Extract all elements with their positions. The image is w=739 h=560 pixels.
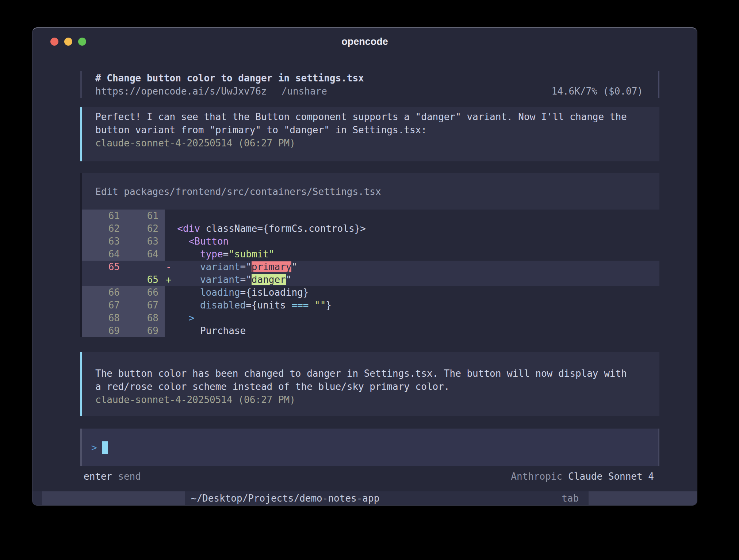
diff-code-line: disabled={units === ""}	[165, 299, 659, 312]
titlebar: opencode	[32, 28, 697, 49]
app-version-segment: opencodev0.3.11	[42, 491, 185, 505]
diff-row: 6666 loading={isLoading}	[82, 286, 659, 299]
diff-gutter: 6868	[82, 312, 165, 325]
diff-code-line: <div className={formCs.controls}>	[165, 222, 659, 235]
diff-code-line: + variant="danger"	[165, 273, 659, 286]
text-cursor	[102, 441, 108, 454]
provider-label: Anthropic	[511, 471, 562, 482]
mode-segment[interactable]: BUILDMODE	[589, 491, 697, 505]
diff-code-line: Purchase	[165, 325, 659, 337]
diff-gutter: 6464	[82, 248, 165, 261]
diff-code-line: - variant="primary"	[165, 261, 659, 273]
edit-file-path: Edit packages/frontend/src/containers/Se…	[82, 173, 659, 210]
diff-gutter: 6363	[82, 235, 165, 248]
model-label: Claude Sonnet 4	[568, 471, 654, 482]
diff-row: 6767 disabled={units === ""}	[82, 299, 659, 312]
diff-row: 6464 type="submit"	[82, 248, 659, 261]
session-title: # Change button color to danger in setti…	[95, 72, 643, 85]
prompt-symbol: >	[91, 442, 97, 453]
message-text-line: Perfect! I can see that the Button compo…	[95, 110, 659, 123]
share-url-link[interactable]: https://opencode.ai/s/UwJxv76z	[95, 86, 267, 97]
message-text-line: a red/rose color scheme instead of the b…	[95, 380, 659, 393]
input-hint-row: entersend AnthropicClaude Sonnet 4	[80, 470, 659, 483]
diff-gutter: 6969	[82, 325, 165, 337]
window-title: opencode	[32, 36, 697, 47]
tab-key-hint[interactable]: tab	[562, 491, 579, 505]
diff-gutter: 65	[82, 261, 165, 273]
model-timestamp: claude-sonnet-4-20250514 (06:27 PM)	[95, 137, 659, 150]
message-text-line: button variant from "primary" to "danger…	[95, 123, 659, 137]
unshare-command[interactable]: /unshare	[282, 86, 327, 97]
diff-row: 6969 Purchase	[82, 325, 659, 337]
diff-gutter: 6262	[82, 222, 165, 235]
diff-code-line	[165, 210, 659, 222]
diff-gutter: 6666	[82, 286, 165, 299]
edit-tool-card: Edit packages/frontend/src/containers/Se…	[80, 173, 659, 337]
assistant-message: The button color has been changed to dan…	[80, 352, 659, 416]
diff-code-line: >	[165, 312, 659, 325]
prompt-input[interactable]: >	[80, 429, 659, 466]
diff-row: 6868 >	[82, 312, 659, 325]
diff-row: 6161	[82, 210, 659, 222]
app-window: opencode # Change button color to danger…	[32, 27, 697, 506]
diff-row: 65+ variant="danger"	[82, 273, 659, 286]
message-text-line: The button color has been changed to dan…	[95, 367, 659, 380]
diff-row: 6363 <Button	[82, 235, 659, 248]
diff-row: 65- variant="primary"	[82, 261, 659, 273]
status-bar: opencodev0.3.11 ~/Desktop/Projects/demo-…	[32, 491, 697, 505]
send-action-hint: send	[118, 471, 141, 482]
diff-row: 6262 <div className={formCs.controls}>	[82, 222, 659, 235]
enter-key-hint: enter	[84, 471, 112, 482]
diff-gutter: 65	[82, 273, 165, 286]
diff-gutter: 6161	[82, 210, 165, 222]
token-cost-stats: 14.6K/7% ($0.07)	[552, 85, 643, 98]
diff-code-line: type="submit"	[165, 248, 659, 261]
diff-table: 61616262 <div className={formCs.controls…	[82, 210, 659, 337]
diff-code-line: loading={isLoading}	[165, 286, 659, 299]
share-header: # Change button color to danger in setti…	[80, 71, 659, 98]
working-directory: ~/Desktop/Projects/demo-notes-app	[191, 491, 380, 505]
model-timestamp: claude-sonnet-4-20250514 (06:27 PM)	[95, 393, 659, 406]
diff-code-line: <Button	[165, 235, 659, 248]
diff-gutter: 6767	[82, 299, 165, 312]
assistant-message: Perfect! I can see that the Button compo…	[80, 107, 659, 161]
